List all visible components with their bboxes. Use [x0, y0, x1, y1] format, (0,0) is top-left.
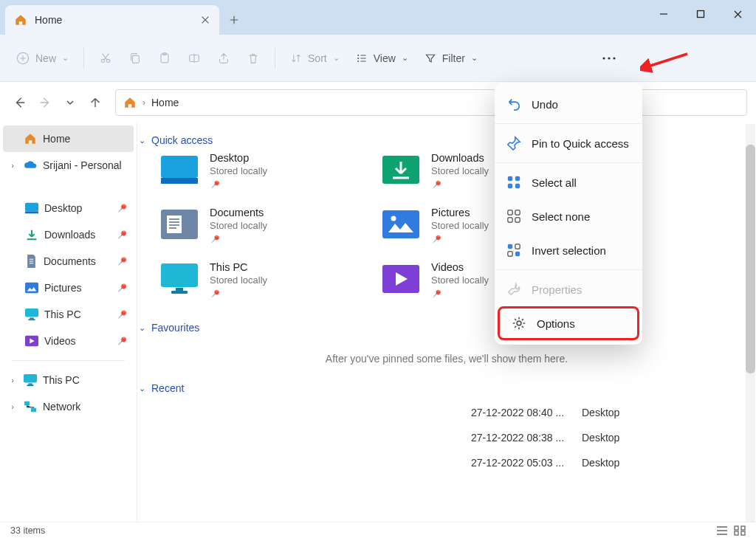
- favourites-empty-text: After you've pinned some files, we'll sh…: [137, 353, 756, 365]
- chevron-right-icon[interactable]: ›: [7, 161, 18, 170]
- sidebar-label: Videos: [44, 335, 76, 347]
- details-view-icon[interactable]: [716, 525, 728, 536]
- menu-pin[interactable]: Pin to Quick access: [495, 126, 642, 160]
- pin-icon: 📍: [429, 177, 444, 193]
- sidebar-label: Desktop: [44, 202, 82, 214]
- svg-rect-53: [735, 531, 738, 535]
- downloads-icon: [381, 154, 421, 186]
- item-label: This PC: [210, 261, 267, 273]
- svg-rect-51: [735, 526, 738, 530]
- close-icon[interactable]: [200, 15, 210, 25]
- copy-button[interactable]: [123, 47, 148, 69]
- separator: [12, 360, 125, 361]
- menu-label: Pin to Quick access: [532, 137, 629, 150]
- svg-rect-46: [515, 244, 520, 249]
- section-quick-access[interactable]: ⌄ Quick access: [137, 130, 756, 152]
- pin-icon: 📍: [114, 280, 130, 296]
- view-button[interactable]: View ⌄: [350, 48, 414, 69]
- cut-button[interactable]: [93, 47, 118, 69]
- tab-home[interactable]: Home: [5, 5, 219, 35]
- sidebar-item-personal[interactable]: › Srijani - Personal: [3, 152, 134, 179]
- gear-icon: [512, 316, 526, 331]
- close-icon: [733, 10, 743, 19]
- filter-label: Filter: [442, 52, 465, 64]
- picture-icon: [25, 281, 38, 294]
- chevron-down-icon: ⌄: [139, 323, 145, 333]
- chevron-right-icon[interactable]: ›: [7, 402, 18, 411]
- sidebar-item-documents[interactable]: Documents📍: [3, 248, 134, 275]
- document-icon: [25, 255, 38, 268]
- menu-invert[interactable]: Invert selection: [495, 233, 642, 267]
- delete-button[interactable]: [241, 47, 266, 69]
- chevron-down-icon: ⌄: [139, 136, 145, 145]
- sort-button[interactable]: Sort ⌄: [284, 48, 346, 69]
- filter-button[interactable]: Filter ⌄: [419, 48, 484, 69]
- pin-icon: 📍: [114, 333, 130, 349]
- maximize-button[interactable]: [682, 0, 719, 28]
- menu-select-none[interactable]: Select none: [495, 199, 642, 233]
- svg-rect-17: [25, 308, 38, 317]
- menu-select-all[interactable]: Select all: [495, 165, 642, 199]
- quick-access-documents[interactable]: Documents Stored locally 📍: [159, 207, 381, 245]
- sidebar-item-thispc2[interactable]: ›This PC: [3, 367, 134, 393]
- item-label: Documents: [210, 207, 267, 218]
- chevron-right-icon[interactable]: ›: [7, 376, 18, 384]
- more-button[interactable]: [595, 48, 623, 69]
- desktop-icon: [159, 154, 199, 186]
- svg-rect-42: [515, 210, 520, 215]
- new-button[interactable]: New ⌄: [10, 47, 75, 69]
- paste-button[interactable]: [152, 47, 177, 69]
- breadcrumb-home[interactable]: Home: [151, 97, 179, 108]
- svg-rect-30: [167, 215, 182, 233]
- content: ⌄ Quick access Desktop Stored locally 📍 …: [137, 123, 756, 538]
- ellipsis-icon: [601, 52, 617, 64]
- quick-access-monitor[interactable]: This PC Stored locally 📍: [159, 261, 381, 300]
- toolbar: New ⌄ Sort ⌄ View ⌄ Filter ⌄: [0, 35, 756, 82]
- new-tab-button[interactable]: [219, 5, 249, 35]
- quick-access-desktop[interactable]: Desktop Stored locally 📍: [159, 152, 381, 190]
- sidebar-item-videos[interactable]: Videos📍: [3, 328, 134, 354]
- recent-row[interactable]: 27-12-2022 08:38 ... Desktop: [161, 425, 756, 450]
- rename-button[interactable]: [182, 47, 207, 69]
- svg-rect-33: [161, 263, 198, 287]
- svg-rect-54: [741, 531, 745, 535]
- tiles-view-icon[interactable]: [734, 525, 746, 536]
- select-all-icon: [506, 175, 521, 190]
- svg-rect-52: [741, 526, 745, 530]
- item-sublabel: Stored locally: [431, 275, 489, 286]
- sidebar-item-home[interactable]: Home: [3, 125, 134, 152]
- history-button[interactable]: [59, 92, 81, 114]
- sidebar-item-downloads[interactable]: Downloads📍: [3, 221, 134, 248]
- section-favourites[interactable]: ⌄ Favourites: [137, 317, 756, 339]
- forward-button[interactable]: [34, 92, 56, 114]
- sidebar-item-desktop[interactable]: Desktop📍: [3, 195, 134, 221]
- new-label: New: [35, 52, 56, 64]
- svg-rect-37: [508, 176, 512, 181]
- up-button[interactable]: [84, 92, 106, 114]
- menu-options[interactable]: Options: [498, 306, 639, 340]
- desktop-icon: [25, 201, 38, 215]
- recent-row[interactable]: 27-12-2022 05:03 ... Desktop: [161, 450, 756, 475]
- documents-icon: [159, 208, 199, 241]
- pin-icon: 📍: [207, 232, 223, 247]
- share-button[interactable]: [211, 47, 236, 69]
- back-button[interactable]: [9, 92, 31, 114]
- sidebar-item-pictures[interactable]: Pictures📍: [3, 275, 134, 301]
- item-sublabel: Stored locally: [210, 275, 267, 286]
- menu-undo[interactable]: Undo: [495, 87, 642, 121]
- sidebar-item-thispc[interactable]: This PC📍: [3, 301, 134, 328]
- chevron-down-icon: ⌄: [62, 53, 69, 63]
- scrollbar-thumb[interactable]: [746, 145, 755, 373]
- separator: [495, 269, 642, 270]
- minimize-button[interactable]: [645, 0, 682, 28]
- close-window-button[interactable]: [719, 0, 756, 28]
- svg-point-8: [357, 54, 359, 55]
- breadcrumb-box[interactable]: › Home: [115, 89, 747, 116]
- svg-point-9: [357, 57, 359, 58]
- sidebar-item-network[interactable]: ›Network: [3, 393, 134, 420]
- section-recent[interactable]: ⌄ Recent: [137, 378, 756, 400]
- recent-row[interactable]: 27-12-2022 08:40 ... Desktop: [161, 400, 756, 425]
- window-controls: [645, 0, 756, 28]
- svg-rect-26: [161, 156, 198, 178]
- wrench-icon: [506, 282, 521, 297]
